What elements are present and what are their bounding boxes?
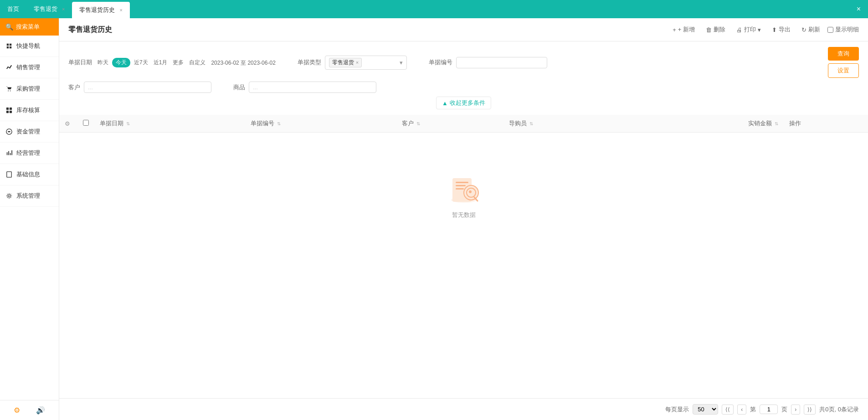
query-setting-col: 查询 设置 — [828, 47, 859, 78]
th-customer[interactable]: 客户 ⇅ — [396, 115, 503, 133]
sidebar-item-system-mgmt[interactable]: 系统管理 — [0, 185, 59, 207]
date-more-btn[interactable]: 更多 — [171, 58, 185, 67]
page-input[interactable] — [760, 405, 778, 414]
sidebar-item-sales-mgmt-label: 销售管理 — [16, 63, 40, 72]
collapse-row: ▲ 收起更多条件 — [68, 97, 859, 109]
data-table: ⚙ 单据日期 ⇅ 单据编号 ⇅ — [59, 115, 868, 133]
tab-retail-return-close[interactable]: × — [62, 6, 65, 12]
system-mgmt-icon — [5, 192, 13, 200]
search-icon: 🔍 — [5, 23, 13, 31]
table-settings-icon[interactable]: ⚙ — [65, 120, 70, 127]
date-filter: 单据日期 昨天 今天 近7天 近1月 更多 自定义 2023-06-02 至 2… — [68, 58, 276, 67]
type-filter-tag-close[interactable]: × — [356, 60, 359, 65]
empty-state-icon — [446, 169, 482, 205]
th-checkbox — [77, 115, 94, 133]
tab-retail-return-history[interactable]: 零售退货历史 × — [72, 2, 129, 18]
show-detail-checkbox-label[interactable]: 显示明细 — [827, 26, 859, 34]
th-number[interactable]: 单据编号 ⇅ — [245, 115, 396, 133]
add-button[interactable]: + + 新增 — [669, 24, 699, 36]
date-1month-btn[interactable]: 近1月 — [152, 58, 169, 67]
svg-point-8 — [8, 195, 10, 197]
sidebar-search[interactable]: 🔍 搜索菜单 — [0, 18, 59, 36]
tab-retail-return-history-close[interactable]: × — [119, 7, 122, 13]
print-icon: 🖨 — [736, 26, 742, 33]
add-icon: + — [673, 26, 676, 33]
date-today-btn[interactable]: 今天 — [112, 58, 130, 67]
refresh-button[interactable]: ↻ 刷新 — [798, 24, 824, 36]
collapse-button[interactable]: ▲ 收起更多条件 — [436, 97, 491, 109]
customer-filter-input[interactable]: ... — [84, 82, 211, 93]
export-label: 导出 — [779, 26, 791, 34]
tab-home[interactable]: 首页 — [0, 0, 26, 18]
sidebar-item-system-mgmt-label: 系统管理 — [16, 192, 40, 200]
select-all-checkbox[interactable] — [83, 120, 89, 126]
next-page-button[interactable]: › — [791, 405, 800, 415]
type-filter-input[interactable]: 零售退货 × ▾ — [325, 56, 407, 70]
sidebar-item-finance-mgmt[interactable]: 资金管理 — [0, 121, 59, 143]
goods-filter: 商品 ... — [233, 82, 376, 93]
goods-filter-label: 商品 — [233, 83, 245, 92]
inventory-icon — [5, 107, 13, 114]
sales-mgmt-icon — [5, 64, 13, 71]
delete-label: 删除 — [714, 26, 725, 34]
th-date[interactable]: 单据日期 ⇅ — [94, 115, 245, 133]
sidebar-item-operation-mgmt[interactable]: 经营管理 — [0, 143, 59, 164]
date-yesterday-btn[interactable]: 昨天 — [96, 58, 110, 67]
goods-filter-placeholder: ... — [253, 84, 258, 91]
tab-retail-return[interactable]: 零售退货 × — [26, 0, 72, 18]
date-custom-btn[interactable]: 自定义 — [187, 58, 207, 67]
sidebar-item-quick-nav[interactable]: 快捷导航 — [0, 36, 59, 57]
date-range-display: 2023-06-02 至 2023-06-02 — [211, 59, 275, 67]
sidebar-item-basic-info-label: 基础信息 — [16, 170, 40, 179]
refresh-label: 刷新 — [808, 26, 820, 34]
table-area: ⚙ 单据日期 ⇅ 单据编号 ⇅ — [59, 115, 868, 398]
th-amount[interactable]: 实销金额 ⇅ — [633, 115, 784, 133]
svg-rect-5 — [10, 111, 12, 113]
export-button[interactable]: ⬆ 导出 — [768, 24, 794, 36]
goods-filter-input[interactable]: ... — [249, 82, 376, 93]
pagination-bar: 每页显示 50 10 20 100 ⟨⟨ ‹ 第 页 › ⟩⟩ 共0页, 0条记… — [59, 398, 868, 420]
svg-rect-3 — [10, 108, 12, 110]
delete-button[interactable]: 🗑 删除 — [702, 24, 729, 36]
date-7days-btn[interactable]: 近7天 — [132, 58, 150, 67]
th-customer-sort-icon: ⇅ — [416, 121, 420, 126]
finance-mgmt-icon — [5, 128, 13, 135]
voucher-filter-input[interactable] — [456, 57, 547, 68]
first-page-button[interactable]: ⟨⟨ — [722, 405, 734, 415]
show-detail-checkbox[interactable] — [827, 27, 833, 33]
type-filter-chevron: ▾ — [400, 59, 403, 66]
tab-home-label: 首页 — [7, 5, 19, 13]
print-button[interactable]: 🖨 打印 ▾ — [733, 24, 765, 36]
sidebar-item-purchase-mgmt[interactable]: 采购管理 — [0, 78, 59, 100]
sidebar-item-basic-info[interactable]: 基础信息 — [0, 164, 59, 185]
type-filter-label: 单据类型 — [298, 58, 321, 67]
page-size-label: 每页显示 — [665, 405, 689, 414]
add-label: + 新增 — [678, 26, 695, 34]
settings-bottom-icon[interactable]: ⚙ — [14, 406, 20, 415]
top-bar: 首页 零售退货 × 零售退货历史 × × — [0, 0, 868, 18]
prev-page-button[interactable]: ‹ — [737, 405, 746, 415]
window-close-button[interactable]: × — [849, 5, 868, 13]
sidebar-item-inventory[interactable]: 库存核算 — [0, 100, 59, 121]
purchase-mgmt-icon — [5, 85, 13, 92]
total-info: 共0页, 0条记录 — [819, 405, 859, 414]
page-header: 零售退货历史 + + 新增 🗑 删除 🖨 打印 ▾ ⬆ 导出 — [59, 18, 868, 41]
th-guide[interactable]: 导购员 ⇅ — [503, 115, 632, 133]
last-page-button[interactable]: ⟩⟩ — [804, 405, 816, 415]
sidebar-item-quick-nav-label: 快捷导航 — [16, 42, 40, 50]
refresh-icon: ↻ — [801, 26, 806, 33]
print-chevron-icon: ▾ — [758, 26, 761, 33]
page-label: 第 — [750, 405, 756, 414]
setting-button[interactable]: 设置 — [828, 63, 859, 78]
type-filter-tag: 零售退货 × — [329, 58, 362, 67]
th-date-sort-icon: ⇅ — [126, 121, 130, 126]
type-filter: 单据类型 零售退货 × ▾ — [298, 56, 407, 70]
sidebar-item-sales-mgmt[interactable]: 销售管理 — [0, 57, 59, 78]
sidebar: 🔍 搜索菜单 快捷导航 销售管理 采购管理 库存核算 — [0, 18, 59, 420]
svg-point-0 — [8, 91, 9, 92]
audio-bottom-icon[interactable]: 🔊 — [36, 406, 45, 415]
page-suffix: 页 — [781, 405, 787, 414]
tab-list: 首页 零售退货 × 零售退货历史 × — [0, 0, 849, 18]
page-size-select[interactable]: 50 10 20 100 — [693, 404, 718, 415]
query-button[interactable]: 查询 — [828, 47, 859, 61]
